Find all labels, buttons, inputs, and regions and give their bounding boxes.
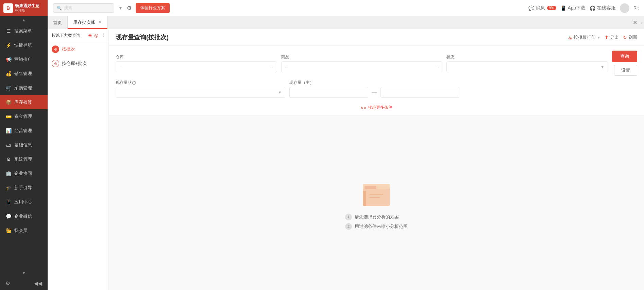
newbie-icon: 🎓 — [5, 185, 12, 191]
topbar-search-box[interactable]: 🔍 搜索 — [53, 3, 114, 13]
tab-inventory-batch[interactable]: 库存批次账 ✕ — [68, 16, 107, 29]
export-btn[interactable]: ⬆ 导出 — [605, 34, 619, 40]
query-button[interactable]: 查询 — [612, 51, 637, 62]
empty-state-svg — [356, 176, 397, 210]
scheme-batch-label: 按批次 — [62, 46, 75, 52]
inventory-status-select[interactable]: ▼ — [116, 87, 285, 98]
sidebar-item-apps[interactable]: 📱 应用中心 — [0, 195, 48, 209]
scheme-item-batch[interactable]: ⊙ 按批次 — [48, 42, 108, 56]
warehouse-more-icon[interactable]: ··· — [270, 65, 273, 69]
collapse-sidebar-icon[interactable]: ◀◀ — [34, 280, 42, 287]
topbar-dropdown-icon[interactable]: ▼ — [118, 5, 123, 11]
sidebar-item-label: 系统管理 — [14, 156, 32, 162]
print-dropdown-icon[interactable]: ▼ — [597, 36, 600, 39]
sidebar-item-purchase[interactable]: 🛒 采购管理 — [0, 81, 48, 95]
app-download-btn[interactable]: 📱 App下载 — [560, 5, 586, 11]
online-service-btn[interactable]: 🎧 在线客服 — [590, 5, 616, 11]
apps-icon: 📱 — [5, 199, 12, 205]
topbar: 🔍 搜索 ▼ ⚙ 体验行业方案 💬 消息 99+ 📱 App下载 🎧 在线客服 … — [48, 0, 644, 16]
user-avatar[interactable] — [620, 3, 629, 13]
wechat-icon: 💬 — [5, 214, 12, 219]
empty-state: 1 请先选择要分析的方案 2 用过滤条件来缩小分析范围 — [109, 115, 644, 290]
sidebar-item-label: 企业微信 — [14, 213, 32, 219]
page-header-actions: 🖨 按模板打印 ▼ ⬆ 导出 ↻ 刷新 — [567, 34, 637, 40]
scheme-panel-title: 按以下方案查询 — [52, 33, 80, 38]
scheme-item-warehouse-batch[interactable]: ⊙ 按仓库+批次 — [48, 56, 108, 71]
sidebar-item-enterprise[interactable]: 🏢 企业协同 — [0, 166, 48, 181]
topbar-gear-icon[interactable]: ⚙ — [127, 5, 132, 11]
sidebar-item-label: 库存核算 — [14, 99, 32, 105]
settings-button[interactable]: 设置 — [614, 65, 637, 76]
filter-warehouse: 仓库 ··· ··· — [116, 54, 277, 72]
panel-arrow-icon[interactable]: › — [641, 20, 643, 25]
current-qty-label: 现存量（主） — [289, 80, 459, 86]
sidebar-scroll-up[interactable]: ▲ — [0, 16, 48, 24]
collapse-more-btn[interactable]: ∧∧ 收起更多条件 — [116, 102, 637, 110]
sidebar-item-label: 基础信息 — [14, 142, 32, 148]
sidebar-item-basic[interactable]: 🗃 基础信息 — [0, 138, 48, 152]
page-header: 现存量查询(按批次) 🖨 按模板打印 ▼ ⬆ 导出 ↻ 刷新 — [109, 29, 644, 46]
sidebar-item-wechat[interactable]: 💬 企业微信 — [0, 209, 48, 223]
experience-btn[interactable]: 体验行业方案 — [136, 3, 170, 13]
current-qty-min[interactable] — [289, 87, 368, 98]
sidebar-item-label: 资金管理 — [14, 113, 32, 120]
messages-btn[interactable]: 💬 消息 99+ — [528, 5, 556, 11]
warehouse-input[interactable]: ··· ··· — [116, 61, 277, 72]
scheme-settings-icon[interactable]: ◎ — [94, 33, 98, 38]
status-dropdown-icon: ▼ — [600, 65, 604, 69]
empty-hint-2: 2 用过滤条件来缩小分析范围 — [345, 223, 408, 230]
quick-nav-icon: ⚡ — [5, 42, 12, 48]
page-title: 现存量查询(按批次) — [116, 33, 169, 41]
product-more-icon[interactable]: ··· — [436, 65, 439, 69]
tab-home[interactable]: 首页 — [48, 16, 68, 29]
online-service-label: 在线客服 — [597, 5, 616, 11]
sales-icon: 💰 — [5, 71, 12, 76]
sidebar-header: B 畅康通好生意 标准版 — [0, 0, 48, 16]
phone-icon: 📱 — [560, 5, 566, 11]
collapse-up-icon: ∧∧ — [360, 105, 367, 110]
app-title: 畅康通好生意 — [15, 3, 39, 8]
sidebar-item-finance[interactable]: 💳 资金管理 — [0, 109, 48, 124]
filter-status: 状态 ▼ — [446, 54, 608, 72]
product-input[interactable]: ··· ··· — [281, 61, 443, 72]
print-label: 按模板打印 — [574, 34, 596, 40]
sidebar-item-inventory[interactable]: 📦 库存核算 — [0, 95, 48, 109]
filter-inventory-status: 现存量状态 ▼ — [116, 80, 285, 98]
filter-row-2: 现存量状态 ▼ 现存量（主） — — [116, 80, 637, 98]
sidebar-item-label: 快捷导航 — [14, 42, 32, 48]
sidebar-item-operations[interactable]: 📊 经营管理 — [0, 124, 48, 138]
main-area: 🔍 搜索 ▼ ⚙ 体验行业方案 💬 消息 99+ 📱 App下载 🎧 在线客服 … — [48, 0, 644, 290]
sidebar-scroll-down[interactable]: ▼ — [0, 269, 48, 277]
sidebar-item-label: 畅会员 — [14, 228, 28, 234]
panel-close-btn[interactable]: ✕ — [629, 19, 641, 26]
tab-home-label: 首页 — [53, 20, 62, 26]
member-icon: 👑 — [5, 228, 12, 233]
refresh-btn[interactable]: ↻ 刷新 — [623, 34, 637, 40]
sidebar-item-system[interactable]: ⚙ 系统管理 — [0, 152, 48, 166]
inventory-status-label: 现存量状态 — [116, 80, 285, 86]
export-icon: ⬆ — [605, 35, 609, 40]
sidebar-item-sales[interactable]: 💰 销售管理 — [0, 67, 48, 81]
settings-icon[interactable]: ⚙ — [5, 280, 10, 287]
status-select[interactable]: ▼ — [446, 61, 608, 72]
sidebar-item-newbie[interactable]: 🎓 新手引导 — [0, 181, 48, 195]
print-btn[interactable]: 🖨 按模板打印 ▼ — [567, 34, 600, 40]
sidebar-item-marketing[interactable]: 📢 营销推广 — [0, 52, 48, 67]
messages-label: 消息 — [536, 5, 545, 11]
messages-icon: 💬 — [528, 5, 534, 11]
sidebar-item-quick-nav[interactable]: ⚡ 快捷导航 — [0, 38, 48, 52]
warehouse-label: 仓库 — [116, 54, 277, 60]
scheme-active-icon: ⊙ — [52, 46, 59, 53]
add-scheme-icon[interactable]: ⊕ — [88, 33, 92, 38]
right-panel: 现存量查询(按批次) 🖨 按模板打印 ▼ ⬆ 导出 ↻ 刷新 — [109, 29, 644, 290]
sidebar: B 畅康通好生意 标准版 ▲ ☰ 搜索菜单 ⚡ 快捷导航 📢 营销推广 💰 销售… — [0, 0, 48, 290]
tab-close-icon[interactable]: ✕ — [99, 20, 102, 24]
search-icon: ☰ — [5, 28, 12, 34]
collapse-label: 收起更多条件 — [368, 105, 392, 110]
sidebar-item-search[interactable]: ☰ 搜索菜单 — [0, 24, 48, 38]
scheme-collapse-icon[interactable]: 《 — [100, 33, 104, 38]
current-qty-max[interactable] — [380, 87, 459, 98]
tab-inventory-batch-label: 库存批次账 — [73, 19, 95, 25]
sidebar-item-member[interactable]: 👑 畅会员 — [0, 223, 48, 238]
filter-area: 仓库 ··· ··· 商品 ··· ··· 状态 — [109, 46, 644, 115]
